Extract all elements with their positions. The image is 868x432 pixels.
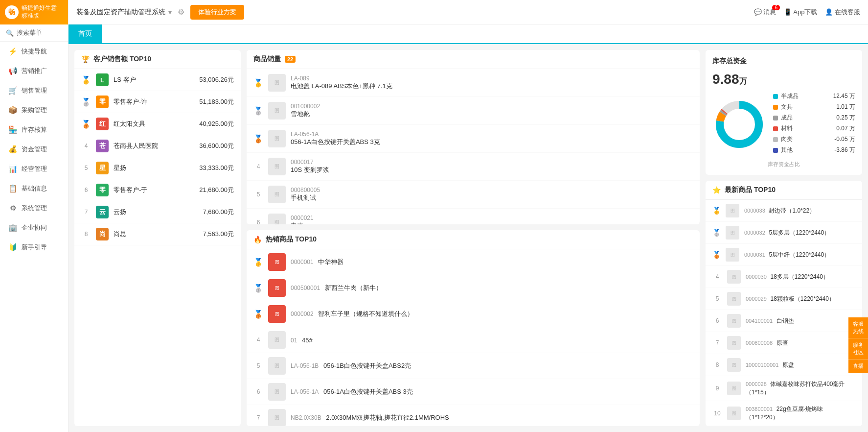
sidebar-item-system[interactable]: ⚙系统管理 [0,198,68,218]
legend-item: 成品 0.25 万 [773,114,855,122]
customer-badge: 云 [96,206,109,218]
customer-badge: L [96,73,109,86]
legend-item: 半成品 12.45 万 [773,92,855,100]
hot-product-item: 🥉 图 0000002 智利车子里（规格不知道填什么） [247,301,700,327]
sales-ranking-panel: 🏆 客户销售额 TOP10 🥇 L LS 客户 53,006.26元 🥈 零 零… [74,50,241,426]
product-name: 新西兰牛肉（新牛） [325,284,382,291]
page-tab-bar: 首页 [69,24,868,44]
new-product-item: 4 图 0000030 18多层（1220*2440） [706,266,862,288]
settings-icon[interactable]: ⚙ [178,7,184,17]
float-community[interactable]: 服务社区 [848,338,868,360]
product-code: 01 [291,337,297,344]
sidebar-item-label: 营销推广 [22,67,47,75]
new-products-list: 🥇 图 0000033 封边带（1.0*22） 🥈 图 0000032 5层多层… [706,200,862,426]
sidebar-item-company[interactable]: 🏢企业协同 [0,218,68,238]
legend-item: 肉类 -0.05 万 [773,135,855,144]
sidebar-item-operation[interactable]: 📊经营管理 [0,159,68,179]
new-product-item: 8 图 10000100001 原盘 [706,354,862,376]
product-name: 智利车子里（规格不知道填什么） [318,310,413,317]
sidebar-item-sales[interactable]: 🛒销售管理 [0,81,68,100]
new-product-item: 🥈 图 0000032 5层多层（1220*2440） [706,222,862,244]
inventory-card: 库存总资金 9.88万 半成品 12.45 万 文具 [706,50,862,175]
inventory-legend: 半成品 12.45 万 文具 1.01 万 成品 0.25 万 材料 0.07 … [773,92,855,157]
sidebar-item-label: 销售管理 [22,86,47,95]
customer-amount: 7,680.00元 [203,208,234,216]
sidebar-item-label: 系统管理 [22,204,47,213]
product-image: 图 [268,74,286,92]
home-tab[interactable]: 首页 [69,24,102,43]
sidebar-item-purchase[interactable]: 📦采购管理 [0,100,68,120]
dropdown-arrow-icon[interactable]: ▾ [168,8,172,16]
sidebar-item-basic[interactable]: 📋基础信息 [0,179,68,198]
new-product-code: 003800001 [746,406,773,412]
legend-dot [773,94,778,99]
top-products-list: 🥇 图 LA-089 电池盖 LA-089 ABS本色+黑种 7.1克 🥈 图 … [247,69,700,224]
sidebar-item-label: 采购管理 [22,106,47,115]
legend-label: 其他 [781,146,831,154]
customer-name: 云扬 [114,208,198,216]
sidebar-item-quick[interactable]: ⚡快捷导航 [0,42,68,61]
inventory-title: 库存总资金 [712,57,855,66]
product-image: 图 [268,214,286,224]
middle-panel: 商品销量 22 🥇 图 LA-089 电池盖 LA-089 ABS本色+黑种 7… [247,50,700,426]
hot-product-item: 🥈 图 000500001 新西兰牛肉（新牛） [247,275,700,301]
ranking-item: 5 星 星扬 33,333.00元 [74,157,241,179]
new-product-info: 10000100001 原盘 [746,361,855,369]
sidebar-item-marketing[interactable]: 📢营销推广 [0,61,68,81]
sidebar-item-inventory[interactable]: 🏪库存核算 [0,120,68,140]
app-download-link[interactable]: 📱 App下载 [784,8,817,17]
new-product-info: 003800001 22g鱼豆腐·烧烤味（1*12*20） [746,405,855,422]
new-product-code: 0000028 [746,381,767,387]
product-item: 5 图 000800005 手机测试 [247,181,700,209]
sidebar-item-label: 企业协同 [22,223,47,232]
new-product-item: 5 图 0000029 18颗粒板（1220*2440） [706,288,862,310]
new-products-panel: ⭐ 最新商品 TOP10 🥇 图 0000033 封边带（1.0*22） 🥈 图… [706,181,862,426]
sidebar: 畅 畅捷通好生意 标准版 🔍 搜索菜单 ⚡快捷导航📢营销推广🛒销售管理📦采购管理… [0,0,69,432]
legend-label: 肉类 [781,135,831,144]
sidebar-item-guide[interactable]: 🔰新手引导 [0,238,68,257]
customer-name: 苍南县人民医院 [114,142,194,150]
search-menu[interactable]: 🔍 搜索菜单 [0,24,68,42]
customer-badge: 红 [96,118,109,130]
customer-badge: 零 [96,184,109,196]
product-code: 0000021 [291,215,693,221]
new-product-name: 18颗粒板（1220*2440） [770,295,834,302]
product-image: 图 [268,331,286,349]
new-product-name: 5层多层（1220*2440） [769,229,830,236]
customer-amount: 51,183.00元 [199,97,234,106]
product-code: LA-056-1A [291,131,693,138]
sidebar-item-finance[interactable]: 💰资金管理 [0,140,68,159]
legend-dot [773,137,778,142]
product-image: 图 [268,253,286,271]
product-info: LA-056-1A 056-1A白色按键开关盖ABS 3壳 [291,387,693,396]
new-product-info: 0000029 18颗粒板（1220*2440） [746,295,855,303]
customer-badge: 零 [96,96,109,108]
product-image: 图 [268,102,286,120]
inventory-subtitle: 库存资金占比 [712,161,855,168]
hot-product-item: 6 图 LA-056-1A 056-1A白色按键开关盖ABS 3壳 [247,379,700,405]
product-image: 图 [268,409,286,426]
legend-dot [773,105,778,110]
top-products-title: 商品销量 [253,55,281,64]
inventory-value: 9.88 [712,72,739,87]
float-customer-service[interactable]: 客服热线 [848,317,868,338]
sidebar-nav: ⚡快捷导航📢营销推广🛒销售管理📦采购管理🏪库存核算💰资金管理📊经营管理📋基础信息… [0,42,68,257]
new-product-image: 图 [727,358,741,372]
medal-icon: 🥇 [253,258,263,267]
product-info: 0000002 智利车子里（规格不知道填什么） [291,310,693,318]
hot-products-panel: 🔥 热销商品 TOP10 🥇 图 0000001 中华神器 🥈 图 000500… [247,230,700,426]
legend-value: 0.25 万 [836,114,855,122]
product-code: 000500001 [291,285,320,291]
quick-icon: ⚡ [8,47,18,56]
customer-amount: 7,563.00元 [203,230,234,239]
right-panel: 库存总资金 9.88万 半成品 12.45 万 文具 [706,50,862,426]
trial-button[interactable]: 体验行业方案 [190,5,244,20]
medal-icon: 🥈 [253,106,263,116]
star-icon: ⭐ [712,186,721,194]
message-badge-container[interactable]: 💬 消息 6 [754,8,777,17]
legend-label: 材料 [781,124,833,133]
float-live[interactable]: 直播 [848,360,868,373]
rank-number: 5 [81,165,91,171]
online-service-link[interactable]: 👤 在线客服 [825,8,860,17]
product-image: 图 [268,357,286,375]
